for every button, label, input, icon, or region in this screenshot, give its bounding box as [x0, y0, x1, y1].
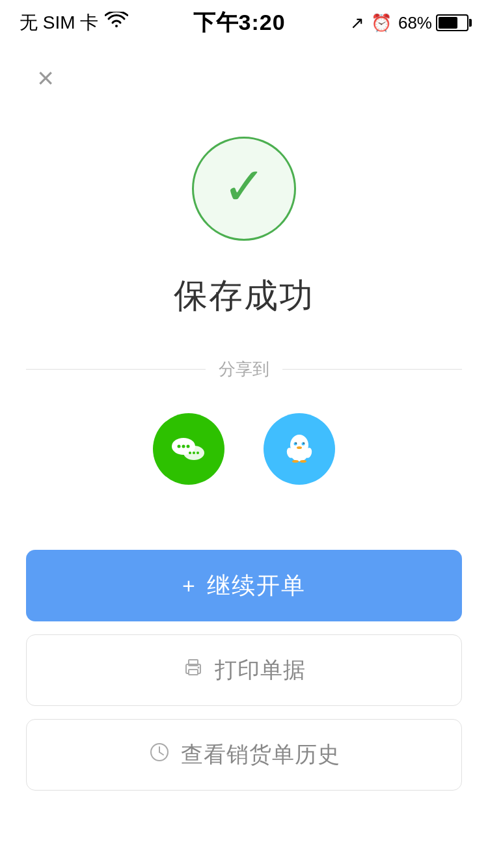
wechat-share-button[interactable]: [153, 413, 224, 485]
continue-label: 继续开单: [207, 570, 306, 602]
svg-point-7: [197, 452, 199, 454]
svg-rect-21: [189, 670, 198, 675]
divider-line-left: [26, 369, 206, 370]
main-content: ✓ 保存成功 分享到: [0, 98, 488, 810]
printer-icon: [182, 657, 204, 684]
success-circle: ✓: [192, 137, 296, 241]
continue-button[interactable]: + 继续开单: [26, 550, 462, 621]
svg-point-11: [295, 442, 297, 444]
history-label: 查看销货单历史: [181, 740, 340, 770]
share-divider: 分享到: [26, 358, 462, 381]
battery-percent: 68%: [398, 13, 432, 33]
status-bar: 无 SIM 卡 下午3:20 ↗ ⏰ 68%: [0, 0, 488, 46]
qq-icon: [281, 431, 318, 467]
close-button[interactable]: ×: [26, 59, 65, 98]
checkmark-icon: ✓: [223, 161, 266, 213]
action-buttons-container: + 继续开单 打印单据: [26, 530, 462, 810]
svg-point-3: [182, 445, 185, 448]
location-icon: ↗: [350, 13, 364, 33]
clock-icon: [148, 741, 170, 768]
svg-point-16: [300, 460, 306, 463]
svg-point-12: [303, 442, 305, 444]
status-right-section: ↗ ⏰ 68%: [350, 13, 468, 33]
battery-indicator: 68%: [398, 13, 468, 33]
svg-point-13: [297, 446, 302, 449]
svg-point-4: [187, 445, 190, 448]
print-button[interactable]: 打印单据: [26, 634, 462, 706]
qq-share-button[interactable]: [264, 413, 335, 485]
alarm-icon: ⏰: [371, 13, 392, 33]
share-icons-container: [26, 413, 462, 485]
carrier-text: 无 SIM 卡: [20, 10, 98, 35]
svg-point-14: [291, 450, 307, 461]
svg-line-25: [159, 752, 163, 755]
status-time: 下午3:20: [193, 8, 286, 38]
battery-fill: [439, 17, 457, 29]
plus-icon: +: [182, 573, 197, 599]
svg-point-5: [189, 452, 191, 454]
status-carrier: 无 SIM 卡: [20, 10, 128, 35]
svg-point-15: [292, 460, 299, 463]
share-section: 分享到: [26, 358, 462, 498]
wifi-icon: [105, 12, 128, 34]
svg-point-22: [198, 667, 200, 669]
divider-line-right: [282, 369, 462, 370]
svg-point-6: [193, 452, 195, 454]
svg-point-10: [302, 442, 305, 446]
success-title: 保存成功: [174, 273, 314, 319]
svg-point-9: [294, 442, 297, 446]
battery-icon: [436, 14, 468, 31]
share-label: 分享到: [219, 358, 269, 381]
print-label: 打印单据: [215, 655, 306, 685]
close-icon: ×: [37, 64, 54, 92]
wechat-icon: [168, 428, 210, 470]
history-button[interactable]: 查看销货单历史: [26, 719, 462, 791]
svg-point-2: [178, 445, 181, 448]
